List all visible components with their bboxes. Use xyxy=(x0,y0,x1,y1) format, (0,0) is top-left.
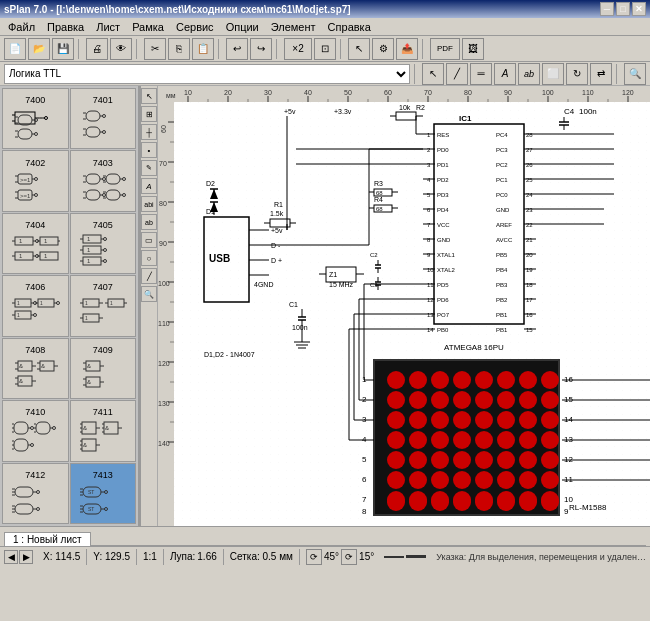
settings-button[interactable]: ⚙ xyxy=(372,38,394,60)
prev-page-button[interactable]: ◀ xyxy=(4,550,18,564)
svg-text:R3: R3 xyxy=(374,180,383,187)
component-7403[interactable]: 7403 xyxy=(70,150,137,211)
text-tool[interactable]: A xyxy=(494,63,516,85)
menu-edit[interactable]: Правка xyxy=(41,20,90,34)
close-button[interactable]: ✕ xyxy=(632,2,646,16)
status-bar: ◀ ▶ X: 114.5 Y: 129.5 1:1 Лупа: 1.66 Сет… xyxy=(0,546,650,566)
svg-point-472 xyxy=(387,471,405,489)
redo-button[interactable]: ↪ xyxy=(250,38,272,60)
svg-text:PC3: PC3 xyxy=(496,147,508,153)
svg-point-495 xyxy=(541,493,559,511)
component-7409[interactable]: 7409 & & xyxy=(70,338,137,399)
save-button[interactable]: 💾 xyxy=(52,38,74,60)
svg-text:PD6: PD6 xyxy=(437,297,449,303)
zoom-magnify[interactable]: 🔍 xyxy=(624,63,646,85)
menu-file[interactable]: Файл xyxy=(2,20,41,34)
svg-point-438 xyxy=(519,371,537,389)
menu-frame[interactable]: Рамка xyxy=(126,20,170,34)
new-button[interactable]: 📄 xyxy=(4,38,26,60)
component-7407-icon: 1 1 1 xyxy=(78,294,128,329)
component-7411[interactable]: 7411 & & & xyxy=(70,400,137,461)
svg-text:120: 120 xyxy=(622,89,634,96)
maximize-button[interactable]: □ xyxy=(616,2,630,16)
svg-point-151 xyxy=(53,427,56,430)
paste-button[interactable]: 📋 xyxy=(192,38,214,60)
grid-label: Сетка: 0.5 мм xyxy=(230,551,293,562)
component-7401[interactable]: 7401 xyxy=(70,88,137,149)
svg-point-18 xyxy=(102,115,105,118)
copy-button[interactable]: ⎘ xyxy=(168,38,190,60)
zoom-fit-button[interactable]: ⊡ xyxy=(314,38,336,60)
svg-text:D2: D2 xyxy=(206,180,215,187)
open-button[interactable]: 📂 xyxy=(28,38,50,60)
component-7412[interactable]: 7412 xyxy=(2,463,69,524)
rotate-tool[interactable]: ↻ xyxy=(566,63,588,85)
component-7404[interactable]: 7404 1 1 1 1 xyxy=(2,213,69,274)
svg-text:PC2: PC2 xyxy=(496,162,508,168)
component-7410-icon xyxy=(10,419,60,454)
svg-text:23: 23 xyxy=(526,207,533,213)
bus-tool[interactable]: ═ xyxy=(470,63,492,85)
svg-rect-41 xyxy=(106,174,120,184)
svg-point-23 xyxy=(102,131,105,134)
svg-point-462 xyxy=(519,431,537,449)
menu-sheet[interactable]: Лист xyxy=(90,20,126,34)
angle1-value: 45° xyxy=(324,551,339,562)
select-button[interactable]: ↖ xyxy=(348,38,370,60)
svg-rect-78 xyxy=(83,246,101,254)
svg-point-466 xyxy=(431,451,449,469)
component-7405[interactable]: 7405 1 1 1 xyxy=(70,213,137,274)
menu-options[interactable]: Опции xyxy=(220,20,265,34)
component-7413-icon: ST ST xyxy=(78,482,128,517)
svg-text:1: 1 xyxy=(85,300,88,306)
menu-element[interactable]: Элемент xyxy=(265,20,322,34)
zoom-in-button[interactable]: ×2 xyxy=(284,38,312,60)
wire-tool[interactable]: ╱ xyxy=(446,63,468,85)
svg-point-445 xyxy=(497,391,515,409)
svg-text:R4: R4 xyxy=(374,196,383,203)
component-7402[interactable]: 7402 >=1 >=1 xyxy=(2,150,69,211)
pdf-button[interactable]: PDF xyxy=(430,38,460,60)
menu-help[interactable]: Справка xyxy=(322,20,377,34)
cut-button[interactable]: ✂ xyxy=(144,38,166,60)
toolbar-main: 📄 📂 💾 🖨 👁 ✂ ⎘ 📋 ↩ ↪ ×2 ⊡ ↖ ⚙ 📤 PDF 🖼 xyxy=(0,36,650,62)
ruler-top-svg: мм 10 20 30 40 50 60 70 80 90 xyxy=(158,86,650,102)
export-button[interactable]: 📤 xyxy=(396,38,418,60)
library-select[interactable]: Логика TTL xyxy=(4,64,410,84)
component-7413[interactable]: 7413 ST ST xyxy=(70,463,137,524)
svg-point-479 xyxy=(541,471,559,489)
schematic-canvas[interactable]: C4 100n IC1 RES PD0 PD1 PD2 PD3 xyxy=(174,102,650,526)
component-7408[interactable]: 7408 & & & xyxy=(2,338,69,399)
undo-button[interactable]: ↩ xyxy=(226,38,248,60)
angle2-icon[interactable]: ⟳ xyxy=(341,549,357,565)
svg-text:11: 11 xyxy=(427,282,434,288)
rotate-icon[interactable]: ⟳ xyxy=(306,549,322,565)
svg-point-442 xyxy=(431,391,449,409)
svg-text:+5v: +5v xyxy=(271,227,283,234)
preview-button[interactable]: 👁 xyxy=(110,38,132,60)
svg-text:10: 10 xyxy=(184,89,192,96)
svg-text:18: 18 xyxy=(526,282,533,288)
image-tool[interactable]: ⬜ xyxy=(542,63,564,85)
print-button[interactable]: 🖨 xyxy=(86,38,108,60)
component-7410[interactable]: 7410 xyxy=(2,400,69,461)
svg-point-199 xyxy=(104,507,107,510)
label-tool[interactable]: ab xyxy=(518,63,540,85)
component-7407[interactable]: 7407 1 1 1 xyxy=(70,275,137,336)
component-7406[interactable]: 7406 1 1 1 xyxy=(2,275,69,336)
next-page-button[interactable]: ▶ xyxy=(19,550,33,564)
component-7400[interactable]: 7400 xyxy=(2,88,69,149)
img-button[interactable]: 🖼 xyxy=(462,38,484,60)
svg-text:&: & xyxy=(19,378,23,384)
svg-text:4GND: 4GND xyxy=(254,281,273,288)
minimize-button[interactable]: ─ xyxy=(600,2,614,16)
svg-text:100: 100 xyxy=(542,89,554,96)
tab-sheet-1[interactable]: 1 : Новый лист xyxy=(4,532,91,546)
svg-point-434 xyxy=(431,371,449,389)
svg-point-187 xyxy=(37,507,40,510)
svg-rect-9 xyxy=(18,129,32,139)
flip-tool[interactable]: ⇄ xyxy=(590,63,612,85)
menu-service[interactable]: Сервис xyxy=(170,20,220,34)
pointer-tool[interactable]: ↖ xyxy=(422,63,444,85)
svg-text:GND: GND xyxy=(437,237,451,243)
